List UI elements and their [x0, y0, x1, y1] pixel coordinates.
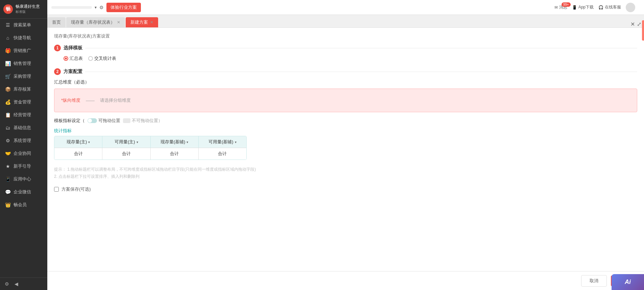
sidebar-item-label: 畅会员: [14, 202, 27, 208]
save-row: 方案保存(可选): [54, 186, 637, 192]
settings-bottom-icon[interactable]: ⚙: [5, 281, 9, 287]
phone-icon: 📱: [572, 5, 577, 10]
tab-home-label: 首页: [52, 19, 61, 25]
sidebar-item-basic-info[interactable]: 🗂 基础信息: [0, 121, 47, 134]
step1-num: 1: [54, 45, 61, 51]
crown-icon: 👑: [5, 202, 11, 208]
sidebar-item-label: 采购管理: [14, 73, 31, 79]
col-0-header[interactable]: 现存量(主) ▾: [54, 136, 102, 148]
radio-summary[interactable]: 汇总表: [64, 55, 83, 62]
chat-icon: 💬: [5, 189, 11, 195]
sidebar-item-system[interactable]: ⚙ 系统管理: [0, 134, 47, 147]
tab-inventory-close[interactable]: ✕: [117, 20, 120, 25]
sidebar-item-operations[interactable]: 📋 经营管理: [0, 108, 47, 121]
sidebar-item-wechat[interactable]: 💬 企业微信: [0, 186, 47, 198]
app-download-btn[interactable]: 📱 App下载: [572, 4, 594, 10]
col-0-label: 现存量(主): [67, 139, 87, 145]
sidebar-item-label: 企业协同: [14, 150, 31, 156]
tip-1: 提示： 1.拖动标题栏可以调整布局，不可跨维度或指标区域拖动栏目字段(只能在同一…: [54, 167, 637, 172]
gift-icon: 🎁: [5, 48, 11, 54]
col-0-data: 合计: [54, 148, 102, 160]
sidebar-item-member[interactable]: 👑 畅会员: [0, 198, 47, 211]
radio-cross[interactable]: 交叉统计表: [88, 55, 116, 62]
collapse-icon[interactable]: ◀: [15, 281, 18, 287]
service-label: 在线客服: [605, 4, 621, 10]
stats-section: 统计指标 现存量(主) ▾ 可用量(主) ▾: [54, 128, 637, 160]
logo-icon: 畅: [3, 4, 13, 14]
col-1-chevron[interactable]: ▾: [137, 140, 138, 144]
step2-num: 2: [54, 68, 61, 75]
sidebar-item-search-menu[interactable]: ☰ 搜索菜单: [0, 19, 47, 31]
topbar-gear-icon[interactable]: ⚙: [99, 5, 104, 10]
message-btn[interactable]: ✉ 消息 99+: [554, 4, 567, 10]
tip-prefix: 提示：: [54, 167, 66, 172]
no-drag-indicator: [123, 118, 130, 123]
resize-handle[interactable]: [642, 20, 644, 41]
toggle-indicator: [88, 118, 97, 123]
sidebar-item-sales[interactable]: 📊 销售管理: [0, 57, 47, 70]
sidebar-item-app-center[interactable]: 📱 应用中心: [0, 173, 47, 186]
draggable-label: 可拖动位置: [98, 118, 120, 124]
col-1-data: 合计: [102, 148, 150, 160]
col-2-data: 合计: [151, 148, 199, 160]
tab-new-plan-close[interactable]: ✕: [150, 20, 153, 25]
col-3-label: 可用量(基辅): [208, 139, 233, 145]
dimension-area[interactable]: *纵向维度 —— 请选择分组维度: [54, 89, 637, 112]
col-1-header[interactable]: 可用量(主) ▾: [102, 136, 150, 148]
step1-header: 1 选择模板: [54, 45, 637, 51]
search-menu-icon: ☰: [5, 22, 11, 28]
expand-panel-btn[interactable]: ⤢: [637, 21, 641, 27]
footer-bar: 取消 查询: [47, 271, 644, 290]
headset-icon: 🎧: [598, 5, 603, 10]
close-panel-btn[interactable]: ✕: [630, 21, 635, 27]
sidebar-item-inventory[interactable]: 📦 库存核算: [0, 83, 47, 96]
sidebar-item-marketing[interactable]: 🎁 营销推广: [0, 44, 47, 57]
tab-home[interactable]: 首页: [47, 17, 66, 27]
col-1-label: 可用量(主): [115, 139, 135, 145]
page-title: 现存量(库存状况表)方案设置: [54, 33, 637, 39]
dim-dash: ——: [86, 98, 95, 103]
step2-section: 2 方案配置 汇总维度（必选） *纵向维度 —— 请选择分组维度 模板指标设定（: [54, 68, 637, 179]
tabs-bar: 首页 现存量（库存状况表） ✕ 新建方案 ✕ ✕ ⤢: [47, 15, 644, 28]
col-0-chevron[interactable]: ▾: [88, 140, 90, 144]
sidebar-item-label: 基础信息: [14, 125, 31, 131]
clipboard-icon: 📋: [5, 112, 11, 118]
metrics-config: 模板指标设定（ 可拖动位置 不可拖动位置） 统计指标: [54, 118, 637, 160]
col-2-header[interactable]: 现存量(基辅) ▾: [151, 136, 199, 148]
ai-button[interactable]: Ai: [612, 274, 644, 290]
draggable-toggle[interactable]: 可拖动位置: [88, 118, 120, 124]
col-3-header[interactable]: 可用量(基辅) ▾: [199, 136, 246, 148]
tab-new-plan-label: 新建方案: [130, 19, 148, 25]
stats-table: 现存量(主) ▾ 可用量(主) ▾ 现存量(基辅): [54, 136, 247, 160]
sidebar-item-new-guide[interactable]: ★ 新手引导: [0, 160, 47, 173]
tab-inventory-label: 现存量（库存状况表）: [71, 19, 115, 25]
plan-config: 汇总维度（必选） *纵向维度 —— 请选择分组维度 模板指标设定（ 可拖动位置: [54, 79, 637, 179]
search-bar: [51, 6, 92, 9]
save-label: 方案保存(可选): [61, 186, 91, 192]
radio-cross-dot: [88, 56, 93, 61]
online-service-btn[interactable]: 🎧 在线客服: [598, 4, 621, 10]
radio-cross-label: 交叉统计表: [94, 55, 116, 62]
sidebar-item-label: 企业微信: [14, 189, 31, 195]
content-area: 现存量(库存状况表)方案设置 1 选择模板 汇总表 交叉统计表: [47, 28, 644, 271]
sidebar-item-purchase[interactable]: 🛒 采购管理: [0, 70, 47, 83]
cancel-button[interactable]: 取消: [581, 275, 607, 287]
folder-icon: 🗂: [5, 125, 11, 131]
sidebar-item-quick-nav[interactable]: ⌂ 快捷导航: [0, 31, 47, 44]
sidebar-item-finance[interactable]: 💰 资金管理: [0, 96, 47, 108]
save-checkbox[interactable]: [54, 187, 59, 192]
sidebar-item-label: 新手引导: [14, 163, 31, 169]
stats-header-row: 现存量(主) ▾ 可用量(主) ▾ 现存量(基辅): [54, 136, 246, 148]
trial-btn[interactable]: 体验行业方案: [106, 3, 141, 12]
tab-new-plan[interactable]: 新建方案 ✕: [126, 17, 158, 27]
col-3-chevron[interactable]: ▾: [235, 140, 237, 144]
tab-inventory[interactable]: 现存量（库存状况表） ✕: [66, 17, 125, 27]
col-2-chevron[interactable]: ▾: [187, 140, 188, 144]
star-icon: ★: [5, 163, 11, 169]
sidebar-item-cooperation[interactable]: 🤝 企业协同: [0, 147, 47, 160]
search-dropdown-icon[interactable]: ▾: [95, 5, 97, 10]
money-icon: 💰: [5, 99, 11, 105]
tip-1-text: 1.拖动标题栏可以调整布局，不可跨维度或指标区域拖动栏目字段(只能在同一维度或指…: [67, 167, 256, 172]
step1-label: 选择模板: [64, 45, 82, 51]
chart-icon: 📊: [5, 61, 11, 67]
